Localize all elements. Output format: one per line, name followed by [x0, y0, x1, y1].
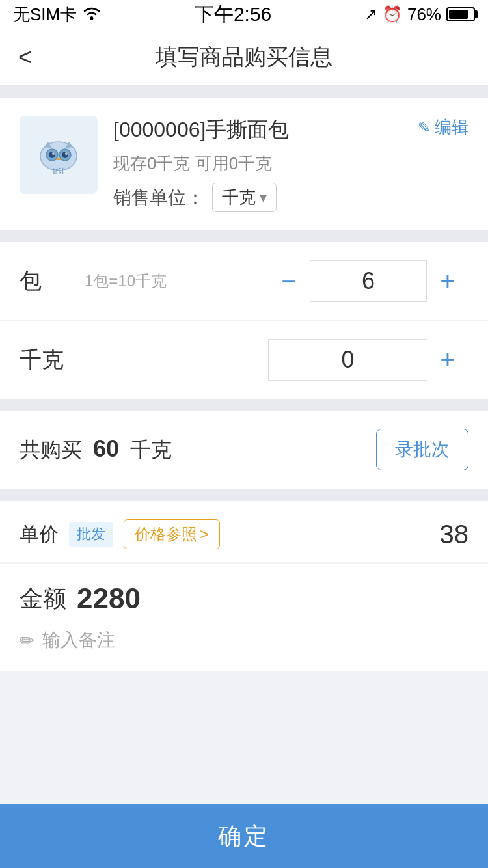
product-stock: 现存0千克 可用0千克: [113, 152, 468, 175]
price-value: 38: [440, 520, 469, 549]
status-time: 下午2:56: [195, 1, 271, 28]
bao-input-row: 包 1包=10千克 − +: [0, 242, 488, 321]
product-card: 智计 [0000006]手撕面包 现存0千克 可用0千克 销售单位： 千克 ▾ …: [0, 98, 488, 230]
price-batch-tag: 批发: [69, 522, 113, 547]
top-divider: [0, 86, 488, 98]
edit-button[interactable]: ✎ 编辑: [418, 116, 468, 139]
unit-label-text: 销售单位：: [113, 185, 204, 210]
confirm-button[interactable]: 确定: [0, 804, 488, 868]
status-indicators: ↗ ⏰ 76%: [364, 5, 475, 25]
bao-quantity-input[interactable]: [310, 260, 427, 302]
status-bar: 无SIM卡 下午2:56 ↗ ⏰ 76%: [0, 0, 488, 29]
nav-bar: < 填写商品购买信息: [0, 29, 488, 86]
back-button[interactable]: <: [18, 44, 32, 71]
bao-minus-button[interactable]: −: [268, 260, 310, 302]
product-name: [0000006]手撕面包: [113, 116, 468, 144]
pencil-icon: ✏: [20, 630, 34, 651]
product-unit-row: 销售单位： 千克 ▾: [113, 183, 468, 212]
status-carrier: 无SIM卡: [13, 3, 102, 26]
batch-button[interactable]: 录批次: [376, 429, 468, 470]
svg-point-5: [62, 152, 68, 158]
product-info: [0000006]手撕面包 现存0千克 可用0千克 销售单位： 千克 ▾: [113, 116, 468, 212]
svg-text:智计: 智计: [52, 167, 65, 174]
input-section: 包 1包=10千克 − + 千克 +: [0, 242, 488, 399]
total-prefix: 共购买: [20, 438, 82, 461]
kg-input-row: 千克 +: [0, 321, 488, 399]
svg-point-4: [49, 152, 55, 158]
total-row: 共购买 60 千克 录批次: [0, 411, 488, 489]
price-ref-chevron: >: [200, 525, 209, 543]
amount-label: 金额: [20, 583, 66, 615]
amount-row: 金额 2280: [20, 582, 468, 615]
product-image: 智计: [20, 116, 98, 194]
battery-percent: 76%: [407, 5, 441, 25]
carrier-text: 无SIM卡: [13, 3, 77, 26]
mid-divider-1: [0, 230, 488, 242]
total-unit: 千克: [130, 438, 172, 461]
note-text: 输入备注: [42, 628, 115, 653]
mid-divider-2: [0, 399, 488, 411]
wifi-icon: [82, 5, 102, 25]
unit-value: 千克: [222, 186, 256, 209]
kg-label: 千克: [20, 345, 72, 375]
bao-plus-button[interactable]: +: [427, 260, 468, 302]
price-ref-button[interactable]: 价格参照 >: [124, 519, 220, 549]
note-row[interactable]: ✏ 输入备注: [20, 628, 468, 653]
alarm-icon: ⏰: [383, 5, 402, 23]
page-title: 填写商品购买信息: [156, 42, 332, 72]
amount-value: 2280: [77, 582, 141, 615]
price-label: 单价: [20, 521, 59, 548]
amount-section: 金额 2280 ✏ 输入备注: [0, 563, 488, 671]
product-logo: 智计: [33, 135, 85, 174]
total-amount: 60: [93, 435, 119, 462]
kg-plus-button[interactable]: +: [427, 339, 468, 381]
bao-sub-label: 1包=10千克: [85, 271, 255, 292]
unit-select[interactable]: 千克 ▾: [212, 183, 277, 212]
bao-label: 包: [20, 266, 72, 296]
price-row: 单价 批发 价格参照 > 38: [20, 519, 468, 549]
svg-point-6: [52, 152, 55, 155]
kg-quantity-control: +: [268, 339, 468, 381]
price-section: 单价 批发 价格参照 > 38: [0, 501, 488, 562]
price-ref-label: 价格参照: [135, 524, 197, 545]
chevron-down-icon: ▾: [260, 189, 267, 206]
bao-quantity-control: − +: [268, 260, 468, 302]
svg-point-7: [65, 152, 68, 155]
gps-icon: ↗: [364, 5, 377, 23]
battery-icon: [446, 7, 475, 21]
mid-divider-3: [0, 489, 488, 501]
svg-point-0: [90, 16, 94, 20]
total-text: 共购买 60 千克: [20, 435, 172, 465]
edit-icon: ✎: [418, 118, 431, 137]
kg-quantity-input[interactable]: [268, 339, 427, 381]
